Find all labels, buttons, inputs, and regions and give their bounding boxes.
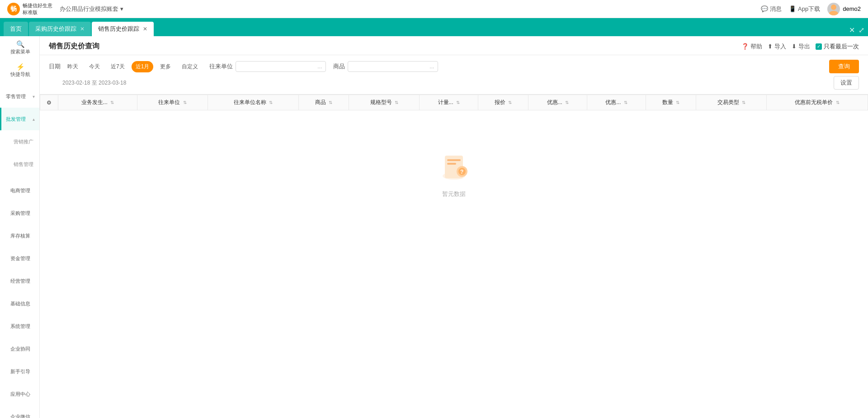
- top-bar-right: 💬 消息 📱 App下载 demo2: [761, 3, 861, 15]
- export-icon: ⬇: [792, 43, 797, 50]
- table-col-spec[interactable]: 规格型号 ⇅: [349, 95, 420, 110]
- only-last-checkbox[interactable]: ✓ 只看最后一次: [816, 43, 859, 51]
- table-col-unit[interactable]: 计量... ⇅: [420, 95, 478, 110]
- table-col-counterparty-name[interactable]: 往来单位名称 ⇅: [208, 95, 298, 110]
- table-col-quantity[interactable]: 数量 ⇅: [646, 95, 696, 110]
- table-col-quoted-price[interactable]: 报价 ⇅: [478, 95, 528, 110]
- sort-icon: ⇅: [676, 100, 679, 105]
- empty-icon: ?: [436, 147, 472, 183]
- table-col-counterparty[interactable]: 往来单位 ⇅: [137, 95, 208, 110]
- product-label: 商品: [333, 62, 345, 71]
- chevron-up-icon: ▴: [33, 117, 35, 122]
- sort-icon: ⇅: [836, 100, 840, 105]
- sidebar-item-enterprise-collab[interactable]: 企业协同: [0, 337, 39, 360]
- date-btn-yesterday[interactable]: 昨天: [63, 61, 82, 72]
- sidebar-item-retail[interactable]: 零售管理 ▾: [0, 85, 39, 108]
- logo-text: 畅捷信好生意 标准版: [23, 2, 52, 15]
- top-bar-left: 畅 畅捷信好生意 标准版 办公用品行业模拟账套 ▾: [7, 2, 127, 15]
- filter-section: 日期 昨天 今天 近7天 近1月 更多 自定义 往来单位 ... 商品: [40, 55, 868, 95]
- date-filter-group: 日期 昨天 今天 近7天 近1月 更多 自定义: [49, 61, 202, 72]
- table-header-row: ⚙ 业务发生... ⇅ 往来单位 ⇅ 往来单位名称 ⇅: [40, 95, 868, 110]
- sort-icon: ⇅: [395, 100, 398, 105]
- tab-bar: 首页 采购历史价跟踪 ✕ 销售历史价跟踪 ✕ ✕ ⤢: [0, 18, 868, 36]
- date-btn-7days[interactable]: 近7天: [107, 61, 129, 72]
- sidebar-item-shortcuts[interactable]: ⚡ 快捷导航: [0, 59, 39, 81]
- svg-rect-4: [447, 159, 461, 161]
- table-col-trade-type[interactable]: 交易类型 ⇅: [696, 95, 767, 110]
- message-icon: 💬: [761, 5, 768, 12]
- empty-state: ? 暂元数据: [40, 110, 868, 234]
- shortcut-icon: ⚡: [16, 63, 25, 71]
- export-button[interactable]: ⬇ 导出: [792, 43, 810, 51]
- table-col-discount1[interactable]: 优惠... ⇅: [528, 95, 587, 110]
- app-download-button[interactable]: 📱 App下载: [789, 5, 820, 13]
- import-button[interactable]: ⬆ 导入: [768, 43, 786, 51]
- date-range-display: 2023-02-18 至 2023-03-18: [62, 79, 126, 87]
- checkbox-icon: ✓: [816, 43, 822, 50]
- tab-purchase-history[interactable]: 采购历史价跟踪 ✕: [29, 22, 91, 36]
- sidebar-item-inventory[interactable]: 库存核算: [0, 224, 39, 247]
- app-selector[interactable]: 办公用品行业模拟账套 ▾: [56, 3, 127, 15]
- sort-icon: ⇅: [742, 100, 745, 105]
- sidebar-item-finance[interactable]: 资金管理: [0, 247, 39, 270]
- tab-purchase-history-close[interactable]: ✕: [80, 26, 85, 32]
- sidebar-item-purchase[interactable]: 采购管理: [0, 202, 39, 224]
- sidebar-item-operations[interactable]: 经营管理: [0, 270, 39, 292]
- sort-icon: ⇅: [269, 100, 273, 105]
- tab-home[interactable]: 首页: [4, 22, 28, 36]
- query-button[interactable]: 查询: [829, 60, 859, 73]
- sidebar: 🔍 搜索菜单 ⚡ 快捷导航 零售管理 ▾ 批发管理 ▴ 营销推广 销售管理 电商…: [0, 36, 40, 418]
- help-button[interactable]: ❓ 帮助: [741, 43, 762, 51]
- top-bar: 畅 畅捷信好生意 标准版 办公用品行业模拟账套 ▾ 💬 消息 📱 App下载 d…: [0, 0, 868, 18]
- tab-maximize-button[interactable]: ⤢: [859, 26, 864, 34]
- user-area[interactable]: demo2: [827, 3, 861, 15]
- sidebar-item-app-center[interactable]: 应用中心: [0, 383, 39, 405]
- message-button[interactable]: 💬 消息: [761, 5, 782, 13]
- date-btn-custom[interactable]: 自定义: [178, 61, 202, 72]
- main-layout: 🔍 搜索菜单 ⚡ 快捷导航 零售管理 ▾ 批发管理 ▴ 营销推广 销售管理 电商…: [0, 36, 868, 418]
- sidebar-item-system[interactable]: 系统管理: [0, 315, 39, 337]
- page-actions: ❓ 帮助 ⬆ 导入 ⬇ 导出 ✓ 只看最后一次: [741, 43, 859, 51]
- sidebar-item-marketing[interactable]: 营销推广: [0, 130, 39, 153]
- data-table: ⚙ 业务发生... ⇅ 往来单位 ⇅ 往来单位名称 ⇅: [40, 95, 868, 110]
- date-btn-1month[interactable]: 近1月: [132, 61, 154, 72]
- table-col-pretax-price[interactable]: 优惠前无税单价 ⇅: [767, 95, 868, 110]
- import-icon: ⬆: [768, 43, 773, 50]
- sort-icon: ⇅: [329, 100, 332, 105]
- sort-icon: ⇅: [456, 100, 460, 105]
- table-col-gear[interactable]: ⚙: [40, 95, 58, 110]
- counterparty-input[interactable]: ...: [236, 61, 326, 72]
- content-area: 销售历史价查询 ❓ 帮助 ⬆ 导入 ⬇ 导出 ✓ 只: [40, 36, 868, 418]
- download-icon: 📱: [789, 5, 796, 12]
- sidebar-item-wholesale[interactable]: 批发管理 ▴: [0, 108, 39, 130]
- sort-icon: ⇅: [110, 100, 114, 105]
- sort-icon: ⇅: [183, 100, 187, 105]
- sidebar-item-basic-info[interactable]: 基础信息: [0, 292, 39, 315]
- product-input[interactable]: ...: [348, 61, 438, 72]
- table-area: ⚙ 业务发生... ⇅ 往来单位 ⇅ 往来单位名称 ⇅: [40, 95, 868, 418]
- logo-icon: 畅: [7, 3, 20, 15]
- sidebar-item-ecommerce[interactable]: 电商管理: [0, 179, 39, 202]
- sidebar-item-enterprise-wechat[interactable]: 企业微信: [0, 405, 39, 418]
- sort-icon: ⇅: [508, 100, 512, 105]
- table-col-product[interactable]: 商品 ⇅: [299, 95, 349, 110]
- setting-button[interactable]: 设置: [834, 76, 859, 90]
- tab-sales-history[interactable]: 销售历史价跟踪 ✕: [92, 22, 154, 36]
- avatar: [827, 3, 840, 15]
- filter-row-1: 日期 昨天 今天 近7天 近1月 更多 自定义 往来单位 ... 商品: [49, 60, 859, 73]
- tab-close-all-button[interactable]: ✕: [849, 26, 855, 34]
- table-col-biz-date[interactable]: 业务发生... ⇅: [58, 95, 137, 110]
- table-col-discount2[interactable]: 优惠... ⇅: [587, 95, 646, 110]
- svg-text:?: ?: [460, 169, 463, 175]
- svg-rect-5: [447, 163, 456, 165]
- tab-bar-actions: ✕ ⤢: [849, 26, 864, 36]
- date-btn-today[interactable]: 今天: [85, 61, 104, 72]
- search-icon: 🔍: [16, 40, 25, 48]
- sidebar-item-search[interactable]: 🔍 搜索菜单: [0, 36, 39, 59]
- date-btn-more[interactable]: 更多: [156, 61, 175, 72]
- chevron-down-icon: ▾: [120, 5, 123, 12]
- sidebar-item-sales-mgmt[interactable]: 销售管理: [0, 153, 39, 176]
- logo-area: 畅 畅捷信好生意 标准版: [7, 2, 52, 15]
- tab-sales-history-close[interactable]: ✕: [143, 26, 147, 32]
- sidebar-item-new-guide[interactable]: 新手引导: [0, 360, 39, 383]
